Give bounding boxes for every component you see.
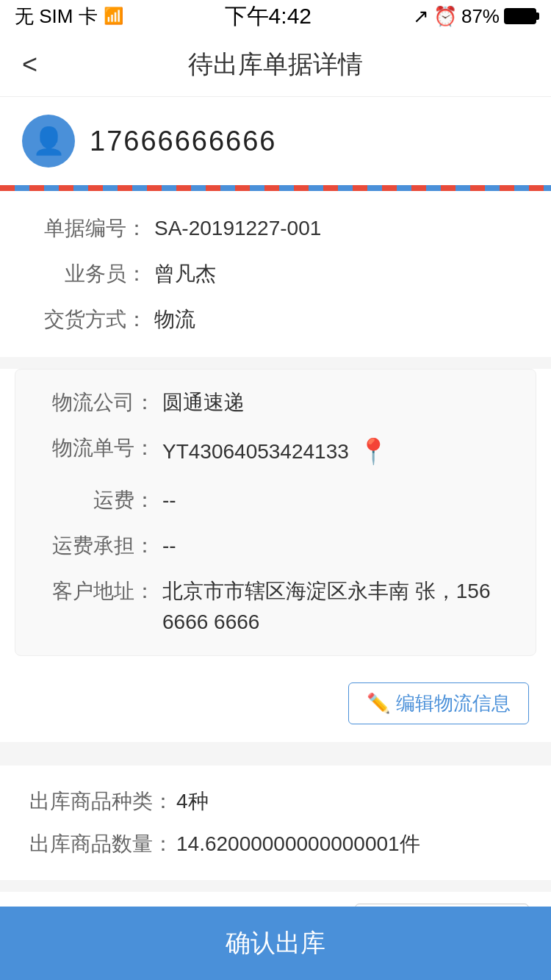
address-label: 客户地址：: [37, 576, 155, 607]
carrier-label: 无 SIM 卡: [15, 4, 98, 29]
logistics-section: 物流公司： 圆通速递 物流单号： YT43064053424133 📍 运费： …: [15, 369, 536, 656]
doc-no-label: 单据编号：: [29, 213, 147, 244]
location-pin-icon: 📍: [358, 433, 389, 470]
alarm-icon: ⏰: [433, 5, 457, 28]
tracking-row: 物流单号： YT43064053424133 📍: [37, 433, 514, 470]
nav-bar: < 待出库单据详情: [0, 32, 551, 97]
tracking-number: YT43064053424133: [162, 436, 349, 467]
salesman-value: 曾凡杰: [154, 259, 522, 289]
product-quantity-label: 出库商品数量：: [29, 830, 176, 858]
back-button[interactable]: <: [15, 42, 45, 87]
freight-row: 运费： --: [37, 485, 514, 516]
company-value: 圆通速递: [162, 387, 514, 418]
confirm-bar[interactable]: 确认出库: [0, 907, 551, 980]
delivery-value: 物流: [154, 304, 522, 335]
avatar-icon: 👤: [32, 126, 65, 156]
edit-btn-container: ✏️ 编辑物流信息: [0, 668, 551, 724]
address-value: 北京市市辖区海淀区永丰南 张，156 6666 6666: [162, 576, 514, 638]
section-gap: [0, 754, 551, 765]
company-label: 物流公司：: [37, 387, 155, 418]
delivery-label: 交货方式：: [29, 304, 147, 335]
logistics-wrapper: 物流公司： 圆通速递 物流单号： YT43064053424133 📍 运费： …: [0, 369, 551, 742]
freight-label: 运费：: [37, 485, 155, 516]
location-icon: ↗: [413, 5, 429, 28]
freight-bearer-row: 运费承担： --: [37, 530, 514, 561]
status-time: 下午4:42: [225, 1, 311, 32]
product-type-label: 出库商品种类：: [29, 788, 176, 815]
user-header: 👤 17666666666: [0, 97, 551, 185]
dashed-divider: [0, 185, 551, 191]
doc-no-row: 单据编号： SA-20191227-001: [29, 213, 522, 244]
basic-info-section: 单据编号： SA-20191227-001 业务员： 曾凡杰 交货方式： 物流: [0, 191, 551, 357]
product-type-row: 出库商品种类： 4种: [29, 788, 522, 815]
freight-value: --: [162, 485, 514, 516]
freight-bearer-value: --: [162, 530, 514, 561]
product-quantity-value: 14.62000000000000001件: [176, 830, 522, 858]
edit-icon: ✏️: [367, 692, 390, 715]
status-bar: 无 SIM 卡 📶 下午4:42 ↗ ⏰ 87%: [0, 0, 551, 32]
status-left: 无 SIM 卡 📶: [15, 4, 123, 29]
salesman-label: 业务员：: [29, 259, 147, 289]
user-phone: 17666666666: [90, 126, 276, 157]
delivery-row: 交货方式： 物流: [29, 304, 522, 335]
status-right: ↗ ⏰ 87%: [413, 5, 536, 28]
battery-icon: [504, 8, 536, 24]
tracking-value: YT43064053424133 📍: [162, 433, 514, 470]
wifi-icon: 📶: [104, 7, 123, 26]
address-row: 客户地址： 北京市市辖区海淀区永丰南 张，156 6666 6666: [37, 576, 514, 638]
tracking-label: 物流单号：: [37, 433, 155, 464]
edit-logistics-button[interactable]: ✏️ 编辑物流信息: [348, 682, 529, 724]
freight-bearer-label: 运费承担：: [37, 530, 155, 561]
battery-label: 87%: [461, 5, 500, 28]
avatar: 👤: [22, 115, 75, 167]
doc-no-value: SA-20191227-001: [154, 213, 522, 244]
company-row: 物流公司： 圆通速递: [37, 387, 514, 418]
edit-logistics-label: 编辑物流信息: [396, 691, 511, 716]
confirm-button-label: 确认出库: [226, 926, 325, 960]
product-type-value: 4种: [176, 788, 522, 815]
salesman-row: 业务员： 曾凡杰: [29, 259, 522, 289]
product-quantity-row: 出库商品数量： 14.62000000000000001件: [29, 830, 522, 858]
summary-section: 出库商品种类： 4种 出库商品数量： 14.62000000000000001件: [0, 765, 551, 880]
page-title: 待出库单据详情: [188, 48, 363, 82]
